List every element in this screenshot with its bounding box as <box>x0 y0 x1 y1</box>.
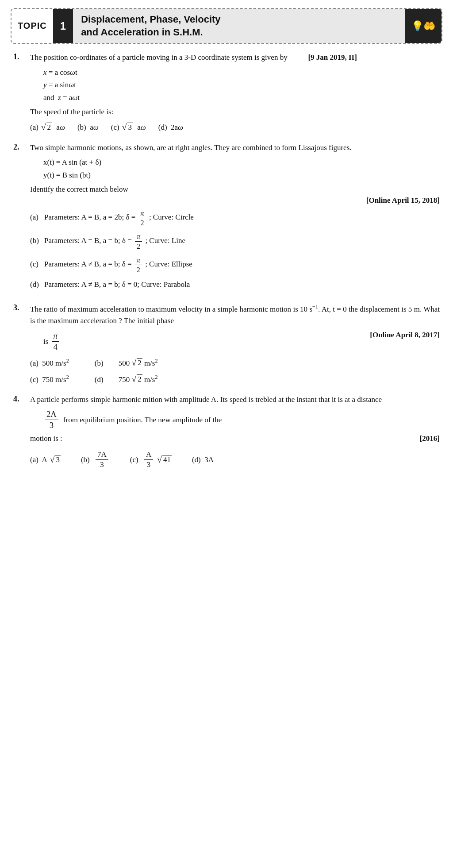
topic-icon: 💡 🤲 <box>405 9 441 43</box>
q3-options-row1: (a) 500 m/s2 (b) 500 √2 m/s2 <box>30 358 440 370</box>
q1-options: (a) √2 aω (b) aω (c) √3 aω <box>30 123 440 134</box>
q3-text: The ratio of maximum acceleration to max… <box>30 303 440 327</box>
question-2: 2. Two simple harmonic motions, as shown… <box>13 142 440 295</box>
q1-option-d: (d) 2aω <box>158 123 183 132</box>
question-3: 3. The ratio of maximum acceleration to … <box>13 303 440 386</box>
q1-sqrt2: √2 <box>41 123 52 132</box>
q1-subtext: The speed of the particle is: <box>30 106 440 118</box>
q3-option-a: (a) 500 m/s2 <box>30 358 69 368</box>
q1-eq3: and z = aωt <box>43 92 440 104</box>
topic-title: Displacement, Phase, Velocityand Acceler… <box>73 9 405 43</box>
q2-number: 2. <box>13 142 30 152</box>
q1-number: 1. <box>13 52 30 62</box>
q2-body: Two simple harmonic motions, as shown, a… <box>30 142 440 295</box>
q2-subtext: Identify the correct match below <box>30 184 440 195</box>
q4-option-b: (b) 7A 3 <box>81 450 110 470</box>
q4-motion-row: motion is : [2016] <box>30 433 440 444</box>
q4-option-c: (c) A 3 √41 <box>130 450 172 470</box>
q2-equations: x(t) = A sin (at + δ) y(t) = B sin (bt) <box>43 156 440 182</box>
q1-text: The position co-ordinates of a particle … <box>30 52 440 63</box>
lightbulb-icon: 💡 <box>411 20 423 32</box>
q3-body: The ratio of maximum acceleration to max… <box>30 303 440 386</box>
q2-eq2: y(t) = B sin (bt) <box>43 169 440 182</box>
q3-number: 3. <box>13 303 30 312</box>
q3-options-row2: (c) 750 m/s2 (d) 750 √2 m/s2 <box>30 374 440 386</box>
q3-ref: [Online April 8, 2017] <box>370 331 440 339</box>
topic-number: 1 <box>53 9 73 43</box>
q1-eq1: x = a cosωt <box>43 66 440 79</box>
q3-options: (a) 500 m/s2 (b) 500 √2 m/s2 (c) <box>30 358 440 386</box>
question-4: 4. A particle performs simple harmonic m… <box>13 394 440 472</box>
q2-option-a: (a) Parameters: A = B, a = 2b; δ = π 2 ;… <box>30 208 440 228</box>
q4-number: 4. <box>13 394 30 404</box>
q1-option-a: (a) √2 aω <box>30 123 65 132</box>
topic-text: TOPIC <box>18 21 47 31</box>
q4-frac-row: 2A 3 from equilibrium position. The new … <box>43 409 440 431</box>
hand-icon: 🤲 <box>423 20 435 32</box>
q2-eq1: x(t) = A sin (at + δ) <box>43 156 440 169</box>
q2-ref: [Online April 15, 2018] <box>30 196 440 205</box>
q3-option-c: (c) 750 m/s2 <box>30 374 69 384</box>
q3-option-b: (b) 500 √2 m/s2 <box>95 358 158 368</box>
q1-ref: [9 Jan 2019, II] <box>289 53 357 62</box>
q3-frac: is π 4 <box>43 331 61 353</box>
q1-sqrt3: √3 <box>122 123 133 132</box>
q1-eq2: y = a sinωt <box>43 79 440 92</box>
topic-label: TOPIC <box>12 9 53 43</box>
q3-frac-row: is π 4 [Online April 8, 2017] <box>30 331 440 353</box>
q1-body: The position co-ordinates of a particle … <box>30 52 440 134</box>
q4-body: A particle performs simple harmonic miti… <box>30 394 440 472</box>
q2-option-b: (b) Parameters: A = B, a = b; δ = π 2 ; … <box>30 232 440 251</box>
q4-ref: [2016] <box>420 434 440 443</box>
question-1: 1. The position co-ordinates of a partic… <box>13 52 440 134</box>
q1-option-b: (b) aω <box>77 123 99 132</box>
page-header: TOPIC 1 Displacement, Phase, Velocityand… <box>11 8 442 44</box>
q4-options: (a) A √3 (b) 7A 3 (c) A 3 <box>30 450 440 471</box>
q1-option-c: (c) √3 aω <box>111 123 146 132</box>
q2-options: (a) Parameters: A = B, a = 2b; δ = π 2 ;… <box>30 208 440 290</box>
q4-option-a: (a) A √3 <box>30 455 61 465</box>
q4-subtext: motion is : <box>30 433 62 444</box>
q2-text: Two simple harmonic motions, as shown, a… <box>30 142 440 154</box>
q3-option-d: (d) 750 √2 m/s2 <box>95 374 158 384</box>
q1-equations: x = a cosωt y = a sinωt and z = aωt <box>43 66 440 105</box>
q4-text: A particle performs simple harmonic miti… <box>30 394 440 405</box>
q2-option-d: (d) Parameters: A ≠ B, a = b; δ = 0; Cur… <box>30 279 440 290</box>
main-content: 1. The position co-ordinates of a partic… <box>0 52 453 493</box>
q2-option-c: (c) Parameters: A ≠ B, a = b; δ = π 2 ; … <box>30 255 440 274</box>
q4-option-d: (d) 3A <box>192 455 214 464</box>
